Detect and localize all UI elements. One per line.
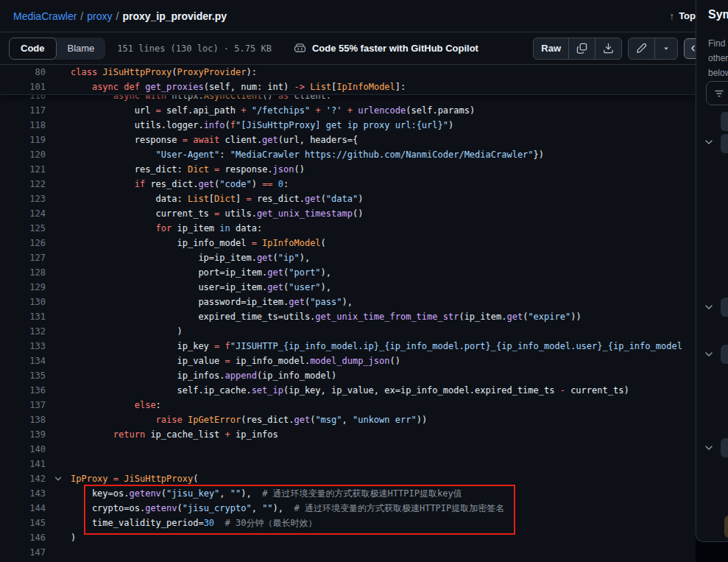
copy-raw-button[interactable]: [569, 38, 595, 59]
code-line: 141: [0, 457, 696, 471]
code-line: 145 time_validity_period=30 # 30分钟（最长时效）: [0, 516, 696, 530]
code-line: 137 else:: [0, 398, 696, 412]
code-line: 146): [0, 530, 696, 545]
symbol-list-item[interactable]: [721, 438, 728, 457]
line-number[interactable]: 126: [0, 236, 46, 250]
code-fold-gutter: [46, 147, 71, 162]
line-number[interactable]: 144: [0, 501, 46, 516]
code-text: data: List[Dict] = res_dict.get("data"): [71, 192, 696, 206]
line-number[interactable]: 139: [0, 427, 46, 442]
copy-icon: [576, 43, 587, 54]
line-number[interactable]: 141: [0, 457, 46, 471]
line-number[interactable]: 118: [0, 118, 46, 133]
line-number[interactable]: 131: [0, 309, 46, 324]
code-line: 131 expired_time_ts=utils.get_unix_time_…: [0, 309, 696, 324]
code-line: 142IpProxy = JiSuHttpProxy(: [0, 471, 696, 486]
code-text: self.ip_cache.set_ip(ip_key, ip_value, e…: [71, 383, 696, 398]
line-number[interactable]: 135: [0, 368, 46, 383]
line-number[interactable]: 130: [0, 295, 46, 309]
line-number[interactable]: 136: [0, 383, 46, 398]
symbol-list-item[interactable]: [721, 112, 728, 131]
chevron-down-icon[interactable]: [704, 349, 714, 359]
breadcrumb-folder-link[interactable]: proxy: [87, 10, 112, 22]
line-number[interactable]: 123: [0, 192, 46, 206]
line-number[interactable]: 127: [0, 250, 46, 265]
code-line: 134 ip_value = ip_info_model.model_dump_…: [0, 354, 696, 368]
line-number[interactable]: 142: [0, 471, 46, 486]
symbol-list-item-highlighted[interactable]: [724, 516, 728, 538]
line-number[interactable]: 117: [0, 103, 46, 118]
tab-code[interactable]: Code: [9, 38, 57, 60]
line-number[interactable]: 133: [0, 339, 46, 354]
code-fold-gutter: [46, 250, 71, 265]
code-fold-chevron-icon[interactable]: [46, 471, 71, 486]
code-text: utils.logger.info(f"[JiSuHttpProxy] get …: [71, 118, 696, 133]
line-number[interactable]: 129: [0, 280, 46, 295]
code-line: 132 ): [0, 324, 696, 339]
code-line: 119 response = await client.get(url, hea…: [0, 133, 696, 147]
sticky-context-lines: 80class JiSuHttpProxy(ProxyProvider):101…: [0, 65, 696, 95]
code-line: 129 user=ip_item.get("user"),: [0, 280, 696, 295]
line-number[interactable]: 146: [0, 530, 46, 545]
code-pane: 116 async with httpx.AsyncClient() as cl…: [0, 65, 696, 562]
edit-file-button[interactable]: [629, 38, 654, 59]
line-number[interactable]: 80: [0, 65, 46, 80]
copilot-banner[interactable]: Code 55% faster with GitHub Copilot: [294, 42, 478, 55]
code-blame-segmented-control: Code Blame: [9, 38, 105, 60]
code-fold-gutter: [46, 236, 71, 250]
breadcrumb-repo-link[interactable]: MediaCrawler: [13, 10, 77, 22]
line-number[interactable]: 140: [0, 442, 46, 457]
code-text: [71, 442, 696, 457]
code-fold-gutter: [46, 457, 71, 471]
line-number[interactable]: 120: [0, 147, 46, 162]
code-fold-gutter: [46, 545, 71, 560]
line-number[interactable]: 147: [0, 545, 46, 560]
code-line: 144 crypto=os.getenv("jisu_crypto", ""),…: [0, 501, 696, 516]
line-number[interactable]: 138: [0, 412, 46, 427]
scroll-to-top-button[interactable]: ↑ Top: [669, 10, 696, 22]
line-number[interactable]: 119: [0, 133, 46, 147]
symbol-list-item[interactable]: [721, 345, 728, 364]
scroll-to-top-label: Top: [679, 10, 696, 21]
chevron-down-icon[interactable]: [704, 137, 714, 147]
line-number[interactable]: 124: [0, 206, 46, 221]
code-fold-gutter: [46, 339, 71, 354]
edit-button-group: [628, 38, 678, 60]
line-number[interactable]: 125: [0, 221, 46, 236]
line-number[interactable]: 145: [0, 516, 46, 530]
code-line: 124 current_ts = utils.get_unix_timestam…: [0, 206, 696, 221]
code-fold-gutter: [46, 206, 71, 221]
breadcrumb-separator: /: [80, 10, 83, 22]
download-raw-button[interactable]: [596, 38, 621, 59]
code-fold-gutter: [46, 442, 71, 457]
chevron-down-icon[interactable]: [704, 302, 714, 312]
line-number[interactable]: 122: [0, 177, 46, 192]
line-number[interactable]: 101: [0, 80, 46, 94]
code-text: ip=ip_item.get("ip"),: [71, 250, 696, 265]
code-text: ip_key = f"JISUHTTP_{ip_info_model.ip}_{…: [71, 339, 696, 354]
code-line: 130 password=ip_item.get("pass"),: [0, 295, 696, 309]
tab-blame[interactable]: Blame: [57, 38, 106, 60]
code-text: res_dict: Dict = response.json(): [71, 162, 696, 177]
line-number[interactable]: 134: [0, 354, 46, 368]
symbols-filter-button[interactable]: [706, 81, 728, 105]
symbol-list-item[interactable]: [721, 298, 728, 317]
chevron-down-icon[interactable]: [704, 443, 714, 453]
line-number[interactable]: 121: [0, 162, 46, 177]
raw-button[interactable]: Raw: [534, 38, 568, 59]
line-number[interactable]: 137: [0, 398, 46, 412]
file-action-buttons: Raw: [533, 38, 707, 60]
line-number[interactable]: 128: [0, 265, 46, 280]
code-fold-gutter: [46, 368, 71, 383]
code-text: IpProxy = JiSuHttpProxy(: [71, 471, 696, 486]
line-number[interactable]: 132: [0, 324, 46, 339]
symbol-list-item[interactable]: [721, 134, 728, 153]
code-line: 135 ip_infos.append(ip_info_model): [0, 368, 696, 383]
code-line: 125 for ip_item in data:: [0, 221, 696, 236]
code-line: 147: [0, 545, 696, 560]
code-text: raise IpGetError(res_dict.get("msg", "un…: [71, 412, 696, 427]
code-line: 122 if res_dict.get("code") == 0:: [0, 177, 696, 192]
edit-dropdown-button[interactable]: [655, 38, 677, 59]
code-fold-gutter: [46, 221, 71, 236]
line-number[interactable]: 143: [0, 486, 46, 501]
